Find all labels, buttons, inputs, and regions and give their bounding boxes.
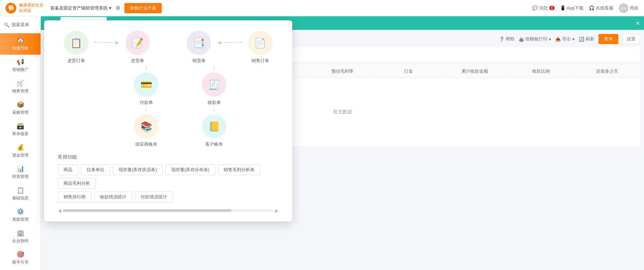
th-est-profit-rate: 预估毛利率: [310, 68, 376, 74]
finance-icon: 💰: [17, 144, 24, 151]
purchase-icon: 📦: [17, 101, 24, 108]
flow-row-3: ↓ 📚 供应商账本 ↓ 📒 客户账本: [58, 106, 279, 147]
flow-node-sales-receipt[interactable]: 📑 销货单: [180, 31, 217, 64]
popup-modal: 📋 进货订单 ▶ 📝 进货单 📑 销货单: [44, 20, 292, 221]
sidebar: 🔍 搜索菜单 🏠 快捷导航 📢 营销推广 🛒 销售管理 📦 采购管理 🗃️: [0, 16, 41, 270]
home-icon: 🏠: [17, 37, 24, 44]
th-days-diff: 还差多少天: [574, 68, 640, 74]
cf-btn-product[interactable]: 商品: [58, 164, 78, 175]
message-label: 消息: [539, 5, 548, 11]
sidebar-label-system: 系统管理: [12, 217, 29, 222]
export-button[interactable]: 📤 导出 ▾: [555, 36, 575, 42]
down-arrow-customer: ↓: [213, 106, 216, 113]
template-print-label: 按模板打印: [525, 36, 547, 42]
flow-node-customer-ledger[interactable]: 📒 客户账本: [194, 114, 234, 147]
search-icon: 🔍: [4, 22, 10, 28]
message-badge: 6: [549, 6, 555, 10]
cf-btn-partners[interactable]: 往来单位: [81, 164, 110, 175]
system-title: 装备及固定资产辅助管理系统: [50, 5, 108, 11]
top-bar-actions: 💬 消息 6 📱 App下载 🎧 在线客服 Ea 用友: [532, 3, 639, 13]
message-button[interactable]: 💬 消息 6: [532, 5, 555, 11]
sidebar-item-newbie[interactable]: 🎯 新手引导: [0, 247, 40, 269]
flow-col-customer: ↓ 📒 客户账本: [194, 106, 234, 147]
logo-text: 畅康通好生意标准版: [19, 3, 43, 13]
app-download-button[interactable]: 📱 App下载: [560, 5, 584, 11]
flow-node-purchase-order[interactable]: 📋 进货订单: [58, 31, 94, 64]
sidebar-item-basic-info[interactable]: 📋 基础信息: [0, 183, 40, 204]
down-arrow-receipt: ↓: [213, 64, 216, 71]
sidebar-item-inventory[interactable]: 🗃️ 库存核算: [0, 119, 40, 140]
sidebar-item-enterprise[interactable]: 🏢 企业协同: [0, 226, 40, 247]
message-icon: 💬: [532, 5, 538, 11]
sales-order-icon: 📄: [248, 31, 273, 55]
customer-ledger-label: 客户账本: [205, 141, 223, 147]
search-menu[interactable]: 🔍 搜索菜单: [0, 19, 40, 31]
cf-btn-sales-rank[interactable]: 销售排行榜: [58, 192, 91, 202]
try-button[interactable]: 体验行业方案: [124, 3, 162, 13]
purchase-order-icon: 📋: [64, 31, 88, 55]
sidebar-item-system[interactable]: ⚙️ 系统管理: [0, 204, 40, 226]
sidebar-item-sales[interactable]: 🛒 销售管理: [0, 76, 40, 97]
cf-btn-product-profit[interactable]: 商品毛利分析: [58, 178, 96, 189]
down-arrow-payment: ↓: [145, 64, 148, 71]
cf-btn-receipt-stats[interactable]: 收款情况统计: [94, 192, 132, 202]
sidebar-item-finance[interactable]: 💰 资金管理: [0, 140, 40, 162]
scrollbar-thumb[interactable]: [63, 209, 231, 212]
sidebar-label-operations: 经营管理: [12, 174, 29, 180]
sidebar-item-purchase[interactable]: 📦 采购管理: [0, 97, 40, 119]
refresh-button[interactable]: 🔄 刷新: [579, 36, 594, 42]
flow-node-receipt-slip[interactable]: 🧾 收款单: [194, 72, 234, 106]
cf-btn-sales-profit[interactable]: 销售毛利分析表: [218, 164, 260, 175]
flow-node-supplier-ledger[interactable]: 📚 供应商账本: [126, 114, 167, 147]
template-print-button[interactable]: 🖨️ 按模板打印 ▾: [519, 36, 551, 42]
search-menu-label: 搜索菜单: [12, 22, 29, 28]
cf-btn-payment-stats[interactable]: 付款情况统计: [135, 192, 173, 202]
scroll-right-icon[interactable]: ▶: [275, 208, 279, 213]
flow-node-payment-slip[interactable]: 💳 付款单: [126, 72, 167, 106]
settings-button[interactable]: 设置: [622, 34, 640, 44]
print-icon: 🖨️: [519, 37, 524, 42]
sidebar-label-enterprise: 企业协同: [12, 238, 29, 244]
flow-node-purchase-receipt[interactable]: 📝 进货单: [119, 31, 156, 64]
system-title-dropdown[interactable]: 装备及固定资产辅助管理系统 ▾: [50, 5, 111, 11]
marketing-icon: 📢: [17, 58, 24, 66]
newbie-icon: 🎯: [17, 251, 24, 258]
flow-row-1: 📋 进货订单 ▶ 📝 进货单 📑 销货单: [58, 31, 279, 64]
payment-slip-icon: 💳: [134, 72, 158, 97]
logo-icon: 畅: [5, 3, 16, 14]
supplier-ledger-icon: 📚: [134, 114, 158, 139]
sidebar-label-basic-info: 基础信息: [12, 195, 29, 201]
sidebar-label-sales: 销售管理: [12, 88, 29, 94]
query-button[interactable]: 查询: [598, 34, 618, 44]
service-label: 在线客服: [596, 5, 613, 11]
logo-area: 畅 畅康通好生意标准版: [5, 3, 46, 14]
user-menu[interactable]: Ea 用友: [619, 3, 639, 13]
refresh-label: 刷新: [586, 36, 594, 42]
tab-bar-close-icon[interactable]: ✕: [636, 20, 640, 26]
sidebar-label-marketing: 营销推广: [12, 67, 29, 73]
sidebar-item-operations[interactable]: 📊 经营管理: [0, 162, 40, 183]
common-functions-title: 常用功能: [58, 154, 279, 160]
flow-col-payment: ↓ 💳 付款单: [126, 64, 167, 106]
flow-col-supplier: ↓ 📚 供应商账本: [126, 106, 167, 147]
flow-node-sales-order[interactable]: 📄 销售订单: [242, 31, 279, 64]
avatar: Ea: [619, 3, 628, 13]
sales-icon: 🛒: [17, 79, 24, 87]
sales-receipt-icon: 📑: [187, 31, 211, 55]
scroll-left-icon[interactable]: ◀: [58, 208, 62, 213]
purchase-receipt-icon: 📝: [125, 31, 150, 55]
top-bar: 畅 畅康通好生意标准版 装备及固定资产辅助管理系统 ▾ ⚙ 体验行业方案 💬 消…: [0, 0, 644, 16]
sidebar-item-quick-nav[interactable]: 🏠 快捷导航: [0, 33, 40, 55]
sidebar-label-newbie: 新手引导: [12, 259, 29, 265]
online-service-button[interactable]: 🎧 在线客服: [589, 5, 613, 11]
sidebar-label-purchase: 采购管理: [12, 110, 29, 115]
gear-icon[interactable]: ⚙: [116, 5, 120, 11]
help-button[interactable]: ❓ 帮助: [499, 36, 515, 42]
cf-btn-stock-dist[interactable]: 现存量(库存分布表): [166, 164, 215, 175]
download-icon: 📱: [560, 5, 565, 11]
sidebar-item-marketing[interactable]: 📢 营销推广: [0, 55, 40, 76]
common-functions: 常用功能 商品 往来单位 现存量(库存状况表) 现存量(库存分布表) 销售毛利分…: [58, 154, 279, 202]
flow-diagram: 📋 进货订单 ▶ 📝 进货单 📑 销货单: [58, 31, 279, 147]
cf-btn-stock-status[interactable]: 现存量(库存状况表): [113, 164, 163, 175]
customer-ledger-icon: 📒: [202, 114, 226, 139]
